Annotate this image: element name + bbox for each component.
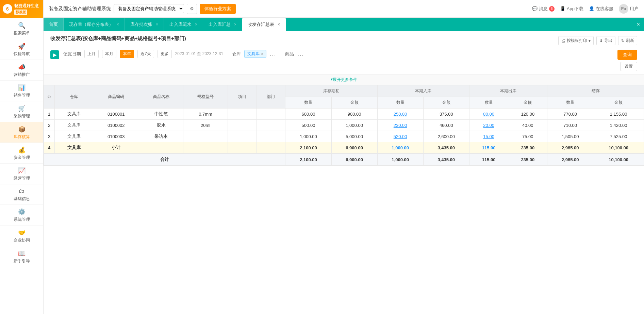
- sidebar-item-quick-nav-label: 快捷导航: [14, 51, 30, 57]
- settings-icon-btn[interactable]: ⚙: [187, 4, 197, 14]
- warehouse-tag-close[interactable]: ×: [261, 52, 263, 56]
- col-settings-header[interactable]: ⚙: [44, 85, 55, 109]
- row1-warehouse: 文具库: [55, 109, 93, 120]
- row1-opening-qty: 600.00: [285, 109, 331, 120]
- total-label: 合计: [44, 153, 285, 166]
- refresh-button[interactable]: ↻ 刷新: [618, 36, 637, 45]
- th-closing-qty: 数量: [547, 97, 593, 109]
- goods-label: 商品: [285, 51, 294, 57]
- row1-department: [257, 109, 285, 120]
- print-icon: 🖨: [561, 38, 565, 43]
- th-warehouse: 仓库: [55, 85, 93, 109]
- tab-bar-close-button[interactable]: ×: [633, 21, 644, 28]
- sidebar-item-cooperation[interactable]: 🤝 企业协同: [0, 226, 43, 246]
- row3-goods-name: 采访本: [139, 131, 183, 142]
- filter-toggle-button[interactable]: ▶: [50, 50, 59, 59]
- subtotal-warehouse: 文具库: [55, 142, 93, 154]
- subtotal-in-qty[interactable]: 1,000.00: [377, 142, 423, 154]
- row1-in-qty[interactable]: 250.00: [377, 109, 423, 120]
- subtotal-out-qty[interactable]: 115.00: [469, 142, 508, 154]
- subtotal-closing-amount: 10,100.00: [593, 142, 644, 154]
- tab-receive-send[interactable]: 收发存汇总表 ×: [242, 18, 286, 31]
- sidebar-item-quick-nav[interactable]: 🚀 快捷导航: [0, 39, 43, 60]
- system-select[interactable]: 装备及固定资产辅助管理系统: [114, 4, 184, 13]
- date-btn-more[interactable]: 更多: [158, 50, 172, 58]
- date-btn-this-month[interactable]: 本月: [102, 50, 116, 58]
- sidebar-item-inventory[interactable]: 📦 库存核算: [0, 122, 43, 143]
- row3-goods-code: 0100003: [93, 131, 139, 142]
- user-item[interactable]: Ea 用户: [619, 4, 639, 14]
- date-btn-7days[interactable]: 近7天: [137, 50, 154, 58]
- warehouse-value: 文具库: [247, 51, 260, 57]
- tab-inventory-dist-label: 现存量（库存分布表）: [69, 21, 113, 28]
- expand-conditions-btn[interactable]: ▾ 展开更多条件: [44, 75, 644, 85]
- goods-dots[interactable]: ...: [297, 51, 304, 57]
- th-in-qty: 数量: [377, 97, 423, 109]
- print-dropdown-icon: ▾: [589, 38, 591, 43]
- date-btn-this-year[interactable]: 本年: [120, 50, 134, 58]
- total-closing-amount: 10,100.00: [593, 153, 644, 166]
- online-service-label: 在线客服: [596, 6, 613, 12]
- handshake-icon: 🤝: [18, 229, 26, 236]
- query-button[interactable]: 查询: [617, 50, 637, 60]
- sidebar-item-purchase[interactable]: 🛒 采购管理: [0, 101, 43, 122]
- print-button[interactable]: 🖨 按模板打印 ▾: [558, 36, 594, 45]
- row2-out-qty[interactable]: 20.00: [469, 120, 508, 131]
- tab-batch[interactable]: 库存批次账 ×: [125, 18, 164, 31]
- row3-in-qty[interactable]: 520.00: [377, 131, 423, 142]
- total-in-amount: 3,435.00: [423, 153, 469, 166]
- warehouse-tag: 文具库 ×: [244, 50, 266, 58]
- table-row: 2 文具库 0100002 胶水 20ml 500.00 1,000.00 23…: [44, 120, 644, 131]
- subtotal-empty3: [228, 142, 257, 154]
- tab-close-batch[interactable]: ×: [156, 22, 158, 27]
- row2-opening-amount: 1,000.00: [331, 120, 377, 131]
- tab-close-receive-send[interactable]: ×: [278, 22, 280, 27]
- app-download-item[interactable]: 📱 App下载: [560, 6, 583, 12]
- tab-home[interactable]: 首页: [44, 18, 64, 31]
- sidebar-item-inventory-label: 库存核算: [14, 134, 30, 140]
- th-out-amount: 金额: [508, 97, 547, 109]
- app-logo: 6 畅捷通好生意 标准版: [0, 0, 43, 18]
- tab-close-flow[interactable]: ×: [195, 22, 197, 27]
- row1-out-qty[interactable]: 80.00: [469, 109, 508, 120]
- sidebar-item-system[interactable]: ⚙️ 系统管理: [0, 205, 43, 226]
- th-goods-code: 商品编码: [93, 85, 139, 109]
- sidebar-item-marketing-label: 营销推广: [14, 72, 30, 78]
- warehouse-dots[interactable]: ...: [270, 51, 276, 57]
- tab-flow[interactable]: 出入库流水 ×: [164, 18, 203, 31]
- th-opening-amount: 金额: [331, 97, 377, 109]
- tab-summary[interactable]: 出入库汇总 ×: [203, 18, 242, 31]
- row2-in-qty[interactable]: 230.00: [377, 120, 423, 131]
- row1-in-amount: 375.00: [423, 109, 469, 120]
- logo-icon: 6: [3, 4, 12, 14]
- subtotal-opening-amount: 6,900.00: [331, 142, 377, 154]
- tab-inventory-dist[interactable]: 现存量（库存分布表） ×: [64, 18, 125, 31]
- tab-bar: 首页 现存量（库存分布表） × 库存批次账 × 出入库流水 × 出入库汇总 × …: [44, 18, 644, 31]
- tab-close-inventory-dist[interactable]: ×: [117, 22, 119, 27]
- sidebar-item-finance[interactable]: 💰 资金管理: [0, 143, 43, 164]
- date-btn-last-month[interactable]: 上月: [84, 50, 99, 58]
- user-label: 用户: [630, 6, 639, 12]
- row3-opening-qty: 1,000.00: [285, 131, 331, 142]
- tab-close-summary[interactable]: ×: [234, 22, 236, 27]
- row2-no: 2: [44, 120, 55, 131]
- row2-warehouse: 文具库: [55, 120, 93, 131]
- row3-opening-amount: 5,000.00: [331, 131, 377, 142]
- export-button[interactable]: ⬇ 导出: [596, 36, 615, 45]
- table-row: 1 文具库 0100001 中性笔 0.7mm 600.00 900.00 25…: [44, 109, 644, 120]
- sidebar-item-guide[interactable]: 📖 新手引导: [0, 246, 43, 267]
- online-service-item[interactable]: 👤 在线客服: [589, 6, 613, 12]
- megaphone-icon: 📣: [18, 63, 26, 71]
- total-out-qty: 115.00: [469, 153, 508, 166]
- sidebar-item-management[interactable]: 📈 经营管理: [0, 164, 43, 184]
- message-item[interactable]: 💬 消息 6: [532, 6, 555, 12]
- sidebar-item-guide-label: 新手引导: [14, 258, 30, 264]
- sidebar-item-search[interactable]: 🔍 搜索菜单: [0, 18, 43, 39]
- sidebar-item-marketing[interactable]: 📣 营销推广: [0, 60, 43, 81]
- sidebar-item-sales[interactable]: 📊 销售管理: [0, 81, 43, 101]
- sidebar-item-basic-info[interactable]: 🗂 基础信息: [0, 184, 43, 205]
- tab-flow-label: 出入库流水: [169, 21, 192, 28]
- row3-out-qty[interactable]: 15.00: [469, 131, 508, 142]
- filter-settings-button[interactable]: 设置: [620, 62, 637, 71]
- try-industry-button[interactable]: 体验行业方案: [200, 4, 236, 14]
